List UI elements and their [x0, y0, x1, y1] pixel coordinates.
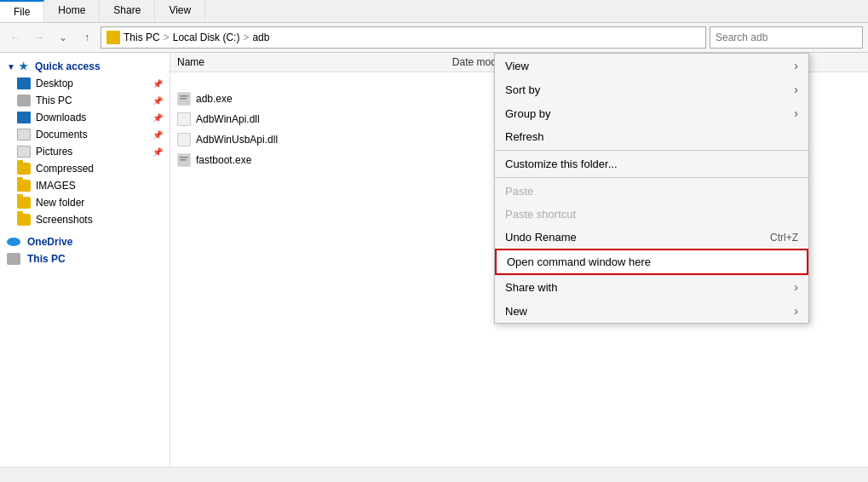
address-bar: ← → ⌄ ↑ This PC > Local Disk (C:) > adb [0, 23, 868, 53]
folder-icon-new [17, 197, 31, 209]
sidebar-item-documents[interactable]: Documents 📌 [0, 126, 170, 143]
sidebar-item-new-folder[interactable]: New folder [0, 194, 170, 211]
sidebar-label-desktop: Desktop [36, 77, 73, 89]
sidebar-item-screenshots[interactable]: Screenshots [0, 211, 170, 228]
status-bar [0, 467, 868, 482]
chevron-icon: ▼ [7, 62, 15, 72]
menu-item-share-with[interactable]: Share with › [495, 275, 808, 299]
sidebar-label-downloads: Downloads [36, 112, 86, 123]
path-segment-adb: adb [252, 32, 269, 43]
tab-view[interactable]: View [155, 0, 205, 22]
menu-item-paste-shortcut: Paste shortcut [495, 203, 808, 226]
sidebar-item-downloads[interactable]: Downloads 📌 [0, 109, 170, 126]
sidebar-label-pictures: Pictures [36, 146, 72, 158]
menu-item-sort-by[interactable]: Sort by › [495, 77, 808, 101]
folder-icon-compressed [17, 163, 31, 175]
folder-icon [106, 31, 120, 44]
content-area: Name Date modified Type ⌃ adb.exe AdbWin… [170, 53, 868, 467]
menu-item-customize[interactable]: Customize this folder... [495, 152, 808, 175]
tab-file[interactable]: File [0, 0, 44, 22]
recent-locations-button[interactable]: ⌄ [53, 27, 73, 48]
sidebar-section-onedrive[interactable]: OneDrive [0, 233, 170, 250]
quick-access-label: Quick access [35, 60, 101, 72]
menu-label-sort-by: Sort by [505, 83, 794, 96]
pin-icon-downloads: 📌 [152, 113, 163, 123]
menu-item-open-cmd[interactable]: Open command window here [495, 249, 808, 275]
dll-icon-adbwinapi [177, 112, 191, 126]
sidebar-item-images[interactable]: IMAGES [0, 177, 170, 194]
sidebar-label-documents: Documents [36, 129, 88, 141]
menu-label-customize: Customize this folder... [505, 158, 798, 170]
menu-item-group-by[interactable]: Group by › [495, 101, 808, 125]
sidebar-item-thispc[interactable]: This PC 📌 [0, 92, 170, 109]
address-path[interactable]: This PC > Local Disk (C:) > adb [101, 26, 706, 49]
pictures-icon [17, 146, 31, 158]
thispc-icon [17, 95, 31, 106]
menu-label-share-with: Share with [505, 281, 794, 294]
menu-label-new: New [505, 305, 794, 318]
pin-icon-documents: 📌 [152, 130, 163, 140]
file-name-fastboot: fastboot.exe [196, 154, 251, 166]
arrow-icon-sort: › [794, 83, 798, 96]
ribbon: File Home Share View [0, 0, 868, 23]
path-sep-1: > [164, 32, 170, 43]
file-name-adbwinusbapi: AdbWinUsbApi.dll [196, 134, 278, 146]
menu-label-refresh: Refresh [505, 130, 798, 143]
menu-item-view[interactable]: View › [495, 54, 808, 77]
sidebar-label-screenshots: Screenshots [36, 214, 93, 226]
pin-icon: 📌 [152, 79, 163, 89]
tabs: File Home Share View [0, 0, 868, 22]
sidebar-label-compressed: Compressed [36, 163, 94, 175]
thispc2-label: This PC [27, 253, 66, 265]
exe-icon-fastboot [177, 153, 191, 167]
separator-1 [495, 150, 808, 151]
desktop-icon [17, 77, 31, 89]
arrow-icon-view: › [794, 59, 798, 72]
menu-item-undo-rename[interactable]: Undo Rename Ctrl+Z [495, 226, 808, 249]
svg-rect-4 [180, 157, 188, 158]
search-input[interactable] [710, 26, 863, 49]
svg-rect-2 [180, 98, 187, 100]
up-button[interactable]: ↑ [77, 27, 97, 48]
file-name-adb-exe: adb.exe [196, 93, 233, 105]
folder-icon-images [17, 180, 31, 192]
forward-button[interactable]: → [29, 27, 49, 48]
menu-label-group-by: Group by [505, 107, 794, 120]
sidebar-item-desktop[interactable]: Desktop 📌 [0, 75, 170, 92]
menu-label-paste-shortcut: Paste shortcut [505, 208, 798, 221]
exe-icon-adb [177, 92, 191, 106]
menu-item-new[interactable]: New › [495, 299, 808, 323]
separator-2 [495, 177, 808, 178]
file-name-adbwinapi: AdbWinApi.dll [196, 113, 260, 125]
menu-label-paste: Paste [505, 185, 798, 198]
sidebar-label-thispc: This PC [36, 95, 72, 106]
onedrive-icon [7, 238, 20, 246]
path-segment-localdisk: Local Disk (C:) [173, 32, 240, 43]
context-menu: View › Sort by › Group by › Refresh Cust… [494, 53, 809, 324]
sidebar-section-thispc2[interactable]: This PC [0, 250, 170, 267]
menu-label-undo-rename: Undo Rename [505, 231, 770, 244]
thispc2-icon [7, 253, 20, 265]
svg-rect-1 [180, 95, 188, 97]
arrow-icon-new: › [794, 304, 798, 318]
sidebar-label-new-folder: New folder [36, 197, 84, 209]
menu-label-open-cmd: Open command window here [507, 255, 796, 268]
documents-icon [17, 129, 31, 141]
back-button[interactable]: ← [5, 27, 26, 48]
dll-icon-adbwinusbapi [177, 133, 191, 146]
sidebar-item-pictures[interactable]: Pictures 📌 [0, 143, 170, 160]
menu-label-view: View [505, 60, 794, 72]
col-header-name[interactable]: Name [177, 56, 445, 68]
sidebar-item-compressed[interactable]: Compressed [0, 160, 170, 177]
tab-home[interactable]: Home [44, 0, 100, 22]
sidebar-label-images: IMAGES [36, 180, 76, 192]
folder-icon-screenshots [17, 214, 31, 226]
arrow-icon-share: › [794, 280, 798, 294]
menu-item-refresh[interactable]: Refresh [495, 125, 808, 148]
main-area: ▼ ★ Quick access Desktop 📌 This PC 📌 Dow… [0, 53, 868, 467]
path-segment-thispc: This PC [124, 32, 160, 43]
sidebar-section-quick-access[interactable]: ▼ ★ Quick access [0, 58, 170, 75]
onedrive-label: OneDrive [27, 236, 72, 248]
tab-share[interactable]: Share [100, 0, 155, 22]
sidebar: ▼ ★ Quick access Desktop 📌 This PC 📌 Dow… [0, 53, 170, 467]
